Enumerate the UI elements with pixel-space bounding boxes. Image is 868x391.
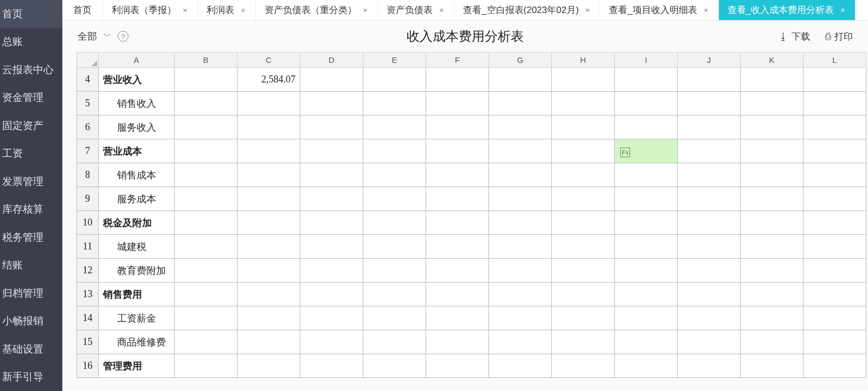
cell-B9[interactable] bbox=[175, 187, 237, 211]
cell-J5[interactable] bbox=[678, 92, 741, 116]
cell-F16[interactable] bbox=[426, 354, 489, 378]
cell-J14[interactable] bbox=[678, 306, 741, 330]
cell-D4[interactable] bbox=[300, 68, 363, 92]
cell-G13[interactable] bbox=[489, 283, 552, 306]
sidebar-item-6[interactable]: 发票管理 bbox=[0, 168, 62, 196]
cell-B13[interactable] bbox=[175, 283, 237, 306]
cell-D7[interactable] bbox=[300, 139, 363, 163]
row-header[interactable]: 4 bbox=[77, 68, 99, 92]
cell-K4[interactable] bbox=[741, 68, 803, 92]
cell-L6[interactable] bbox=[803, 116, 866, 139]
cell-H16[interactable] bbox=[552, 354, 615, 378]
cell-E9[interactable] bbox=[363, 187, 426, 211]
cell-H11[interactable] bbox=[552, 235, 615, 259]
cell-C11[interactable] bbox=[237, 235, 300, 259]
col-header-L[interactable]: L bbox=[803, 53, 866, 68]
cell-H9[interactable] bbox=[552, 187, 615, 211]
row-header[interactable]: 12 bbox=[77, 259, 99, 283]
cell-F10[interactable] bbox=[426, 211, 489, 235]
cell-G15[interactable] bbox=[489, 330, 552, 354]
cell-E10[interactable] bbox=[363, 211, 426, 235]
tab-3[interactable]: 资产负债表× bbox=[378, 0, 454, 20]
formula-icon[interactable]: Fx bbox=[620, 148, 630, 157]
cell-H10[interactable] bbox=[552, 211, 615, 235]
tab-2[interactable]: 资产负债表（重分类）× bbox=[256, 0, 378, 20]
cell-G8[interactable] bbox=[489, 163, 552, 187]
cell-C14[interactable] bbox=[237, 306, 300, 330]
cell-A6[interactable]: 服务收入 bbox=[99, 116, 175, 139]
cell-C8[interactable] bbox=[237, 163, 300, 187]
col-header-F[interactable]: F bbox=[426, 53, 489, 68]
row-header[interactable]: 16 bbox=[77, 354, 99, 378]
cell-L7[interactable] bbox=[803, 139, 866, 163]
cell-E13[interactable] bbox=[363, 283, 426, 306]
sidebar-item-2[interactable]: 云报表中心 bbox=[0, 56, 62, 84]
cell-K12[interactable] bbox=[741, 259, 803, 283]
cell-J8[interactable] bbox=[678, 163, 741, 187]
cell-B16[interactable] bbox=[175, 354, 237, 378]
cell-H8[interactable] bbox=[552, 163, 615, 187]
cell-A8[interactable]: 销售成本 bbox=[99, 163, 175, 187]
cell-F4[interactable] bbox=[426, 68, 489, 92]
cell-G9[interactable] bbox=[489, 187, 552, 211]
cell-L15[interactable] bbox=[803, 330, 866, 354]
col-header-G[interactable]: G bbox=[489, 53, 552, 68]
cell-F9[interactable] bbox=[426, 187, 489, 211]
cell-D15[interactable] bbox=[300, 330, 363, 354]
cell-F5[interactable] bbox=[426, 92, 489, 116]
sidebar-item-4[interactable]: 固定资产 bbox=[0, 112, 62, 140]
cell-K13[interactable] bbox=[741, 283, 803, 306]
cell-H4[interactable] bbox=[552, 68, 615, 92]
cell-D5[interactable] bbox=[300, 92, 363, 116]
row-header[interactable]: 13 bbox=[77, 283, 99, 306]
cell-I7[interactable]: Fx bbox=[615, 139, 678, 163]
sidebar-item-11[interactable]: 小畅报销 bbox=[0, 307, 62, 336]
cell-A9[interactable]: 服务成本 bbox=[99, 187, 175, 211]
cell-C5[interactable] bbox=[237, 92, 300, 116]
tab-0[interactable]: 利润表（季报）× bbox=[103, 0, 198, 20]
cell-H5[interactable] bbox=[552, 92, 615, 116]
cell-C12[interactable] bbox=[237, 259, 300, 283]
cell-A4[interactable]: 营业收入 bbox=[99, 68, 175, 92]
sidebar-item-9[interactable]: 结账 bbox=[0, 252, 62, 280]
cell-I16[interactable] bbox=[615, 354, 678, 378]
col-header-J[interactable]: J bbox=[678, 53, 741, 68]
row-header[interactable]: 8 bbox=[77, 163, 99, 187]
cell-F6[interactable] bbox=[426, 116, 489, 139]
cell-F15[interactable] bbox=[426, 330, 489, 354]
cell-A15[interactable]: 商品维修费 bbox=[99, 330, 175, 354]
cell-J13[interactable] bbox=[678, 283, 741, 306]
sidebar-item-10[interactable]: 归档管理 bbox=[0, 279, 62, 307]
cell-D8[interactable] bbox=[300, 163, 363, 187]
cell-A10[interactable]: 税金及附加 bbox=[99, 211, 175, 235]
cell-K11[interactable] bbox=[741, 235, 803, 259]
cell-G7[interactable] bbox=[489, 139, 552, 163]
spreadsheet[interactable]: ABCDEFGHIJKL 4营业收入2,584.075销售收入6服务收入7营业成… bbox=[76, 52, 866, 378]
cell-F14[interactable] bbox=[426, 306, 489, 330]
help-icon[interactable]: ? bbox=[118, 31, 128, 42]
cell-B4[interactable] bbox=[175, 68, 237, 92]
cell-I11[interactable] bbox=[615, 235, 678, 259]
col-header-E[interactable]: E bbox=[363, 53, 426, 68]
cell-L8[interactable] bbox=[803, 163, 866, 187]
cell-A14[interactable]: 工资薪金 bbox=[99, 306, 175, 330]
tab-5[interactable]: 查看_项目收入明细表× bbox=[600, 0, 718, 20]
cell-G6[interactable] bbox=[489, 116, 552, 139]
print-button[interactable]: ⎙ 打印 bbox=[825, 30, 853, 43]
select-all-corner[interactable] bbox=[77, 53, 99, 68]
cell-E14[interactable] bbox=[363, 306, 426, 330]
cell-G16[interactable] bbox=[489, 354, 552, 378]
cell-C9[interactable] bbox=[237, 187, 300, 211]
cell-G12[interactable] bbox=[489, 259, 552, 283]
row-header[interactable]: 11 bbox=[77, 235, 99, 259]
sidebar-item-8[interactable]: 税务管理 bbox=[0, 223, 62, 252]
cell-A16[interactable]: 管理费用 bbox=[99, 354, 175, 378]
cell-F13[interactable] bbox=[426, 283, 489, 306]
cell-J9[interactable] bbox=[678, 187, 741, 211]
cell-B11[interactable] bbox=[175, 235, 237, 259]
cell-A5[interactable]: 销售收入 bbox=[99, 92, 175, 116]
cell-C15[interactable] bbox=[237, 330, 300, 354]
cell-K5[interactable] bbox=[741, 92, 803, 116]
cell-L14[interactable] bbox=[803, 306, 866, 330]
cell-C4[interactable]: 2,584.07 bbox=[237, 68, 300, 92]
